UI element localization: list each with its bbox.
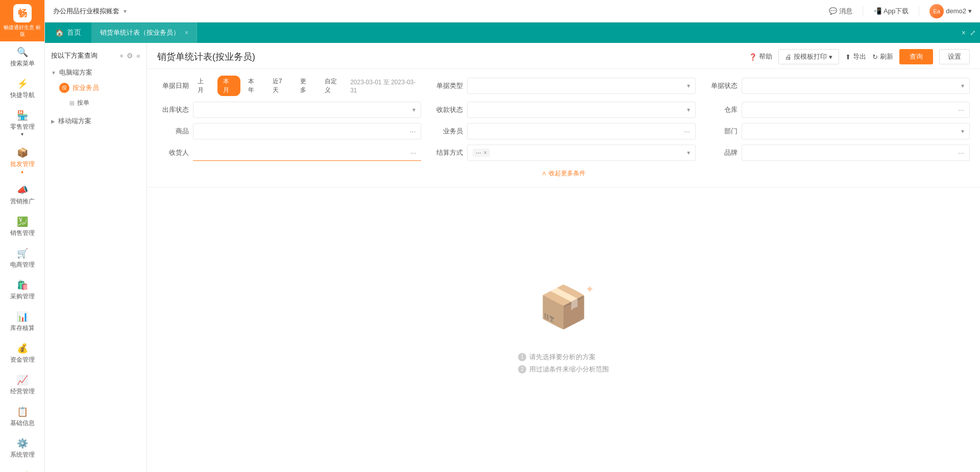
date-label: 单据日期 — [157, 81, 193, 90]
settings-button[interactable]: 设置 — [939, 49, 970, 64]
refresh-button[interactable]: ↻ 刷新 — [872, 52, 893, 61]
tab-restore-icon[interactable]: ⤢ — [970, 29, 976, 37]
sidebar: 畅 畅捷通好生意 标版 🔍 搜索菜单 ⚡ 快捷导航 🏪 零售管理 ▾ 📦 批发管… — [0, 0, 45, 472]
date-btn-more[interactable]: 更多 — [296, 75, 317, 97]
filter-area: 单据日期 上月 本月 本年 近7天 更多 自定义 2023-03-01 至 20… — [147, 69, 980, 187]
ecommerce-icon: 🛒 — [17, 248, 28, 259]
tab-close-icon[interactable]: × — [185, 29, 188, 36]
tab-home[interactable]: 🏠 首页 — [45, 22, 92, 43]
outbound-select[interactable]: ▾ — [193, 102, 421, 118]
date-btn-custom[interactable]: 自定义 — [320, 75, 347, 97]
scheme-group-desktop-header[interactable]: ▼ 电脑端方案 — [45, 65, 146, 80]
sidebar-item-label: 营销推广 — [10, 197, 35, 206]
quick-nav-icon: ⚡ — [17, 78, 28, 89]
sidebar-item-ecommerce[interactable]: 🛒 电商管理 — [0, 243, 44, 274]
sidebar-item-finance[interactable]: 💰 资金管理 — [0, 338, 44, 369]
sidebar-item-wholesale[interactable]: 📦 批发管理 ▴ — [0, 142, 44, 179]
template-print-button[interactable]: 🖨 按模板打印 ▾ — [778, 49, 839, 64]
payment-method-clear-icon[interactable]: × — [483, 149, 487, 156]
date-btn-last-month[interactable]: 上月 — [193, 75, 214, 97]
export-label: 导出 — [853, 52, 866, 61]
sidebar-item-search[interactable]: 🔍 搜索菜单 — [0, 41, 44, 73]
message-label: 消息 — [839, 7, 852, 16]
topbar-left: 办公用品行业模拟账套 ▾ — [53, 7, 127, 16]
collapse-button[interactable]: ∧ 收起更多条件 — [157, 166, 970, 181]
filter-outbound-col: 出库状态 ▾ — [157, 102, 421, 118]
sidebar-item-label: 销售管理 — [10, 229, 35, 238]
tip-num-1: 1 — [518, 353, 526, 361]
empty-tip-1-text: 请先选择要分析的方案 — [529, 352, 596, 362]
sidebar-item-label: 快捷导航 — [10, 91, 35, 100]
scheme-group-mobile: ▶ 移动端方案 — [45, 112, 146, 130]
logo-text: 畅捷通好生意 标版 — [2, 24, 43, 37]
filter-payment-method-col: 结算方式 ··· × ▾ — [431, 145, 695, 161]
sidebar-item-base-info[interactable]: 📋 基础信息 — [0, 401, 44, 433]
date-btn-last-7days[interactable]: 近7天 — [268, 75, 292, 97]
retail-icon: 🏪 — [17, 110, 28, 121]
staff-select[interactable]: ··· — [467, 123, 695, 139]
date-range-display: 2023-03-01 至 2023-03-31 — [350, 78, 421, 94]
retail-arrow-icon: ▾ — [21, 131, 23, 137]
tip-num-2: 2 — [518, 365, 526, 373]
sidebar-item-enterprise[interactable]: 🤝 企业协同 — [0, 464, 44, 472]
brand-dots: ··· — [958, 149, 964, 157]
message-button[interactable]: 💬 消息 — [829, 7, 852, 16]
panel-add-icon[interactable]: + — [119, 52, 124, 60]
sidebar-item-purchase[interactable]: 🛍️ 采购管理 — [0, 274, 44, 306]
panel-collapse-icon[interactable]: « — [136, 52, 140, 60]
doc-type-select[interactable]: ▾ — [467, 78, 695, 94]
query-button[interactable]: 查询 — [899, 49, 933, 64]
scheme-sub-item-by-order[interactable]: ⊞ 按单 — [45, 96, 146, 110]
sidebar-item-label: 系统管理 — [10, 451, 35, 459]
sidebar-item-quick-nav[interactable]: ⚡ 快捷导航 — [0, 73, 44, 105]
product-select[interactable]: ··· — [193, 123, 421, 139]
sidebar-item-ops[interactable]: 📈 经营管理 — [0, 369, 44, 401]
sidebar-item-marketing[interactable]: 📣 营销推广 — [0, 179, 44, 211]
sidebar-item-inventory[interactable]: 📊 库存核算 — [0, 306, 44, 338]
consignee-dots: ··· — [410, 149, 416, 157]
scheme-group-mobile-header[interactable]: ▶ 移动端方案 — [45, 114, 146, 128]
panel-settings-icon[interactable]: ⚙ — [127, 52, 133, 60]
date-btn-this-month[interactable]: 本月 — [217, 76, 241, 96]
user-profile[interactable]: Ea demo2 ▾ — [929, 4, 972, 18]
sidebar-item-sys-mgmt[interactable]: ⚙️ 系统管理 — [0, 433, 44, 464]
product-dots: ··· — [410, 127, 416, 135]
doc-status-select[interactable]: ▾ — [742, 78, 970, 94]
filter-doc-type-col: 单据类型 ▾ — [431, 78, 695, 94]
scheme-item-by-staff[interactable]: 按 按业务员 — [45, 80, 146, 96]
tab-spacer — [197, 22, 958, 43]
payment-status-select[interactable]: ▾ — [467, 102, 695, 118]
template-print-label: 按模板打印 — [794, 52, 827, 61]
sidebar-item-retail[interactable]: 🏪 零售管理 ▾ — [0, 105, 44, 142]
empty-tip-2-text: 用过滤条件来缩小分析范围 — [529, 365, 609, 374]
content-area: 按以下方案查询 + ⚙ « ▼ 电脑端方案 按 按业务员 ⊞ 按 — [45, 43, 980, 472]
sidebar-item-label: 库存核算 — [10, 324, 35, 333]
payment-method-tag-text: ··· — [476, 149, 481, 156]
purchase-icon: 🛍️ — [17, 279, 28, 291]
empty-tip-2: 2 用过滤条件来缩小分析范围 — [518, 365, 609, 374]
empty-tip-1: 1 请先选择要分析的方案 — [518, 352, 609, 362]
ops-icon: 📈 — [17, 374, 28, 386]
panel-header: 按以下方案查询 + ⚙ « — [45, 48, 146, 63]
tab-home-label: 首页 — [67, 28, 81, 37]
tab-sales-stat-label: 销货单统计表（按业务员） — [100, 28, 180, 37]
dept-select[interactable]: ▾ — [742, 123, 970, 139]
app-logo[interactable]: 畅 畅捷通好生意 标版 — [0, 0, 45, 41]
tab-sales-stat[interactable]: 销货单统计表（按业务员） × — [92, 22, 197, 43]
tab-close-window-icon[interactable]: × — [962, 29, 966, 37]
sidebar-item-sales-mgmt[interactable]: 💹 销售管理 — [0, 211, 44, 243]
consignee-input[interactable] — [198, 149, 410, 156]
warehouse-select[interactable]: ··· — [742, 102, 970, 118]
date-btn-this-year[interactable]: 本年 — [243, 75, 265, 97]
export-button[interactable]: ⬆ 导出 — [845, 52, 866, 61]
payment-method-select[interactable]: ··· × ▾ — [467, 145, 695, 161]
help-button[interactable]: ❓ 帮助 — [749, 52, 772, 61]
topbar-dropdown-icon[interactable]: ▾ — [124, 8, 127, 15]
sales-mgmt-icon: 💹 — [17, 216, 28, 227]
filter-consignee-col: 收货人 ··· — [157, 145, 421, 161]
enterprise-icon: 🤝 — [17, 469, 28, 472]
base-info-icon: 📋 — [17, 406, 28, 417]
brand-select[interactable]: ··· — [742, 145, 970, 161]
app-download-button[interactable]: 📲 App下载 — [873, 7, 909, 16]
filter-staff-col: 业务员 ··· — [431, 123, 695, 139]
